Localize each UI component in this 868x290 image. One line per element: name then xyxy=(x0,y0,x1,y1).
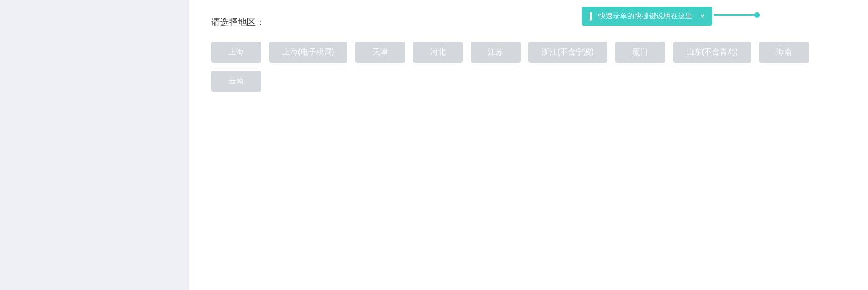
region-button-hebei[interactable]: 河北 xyxy=(413,42,463,63)
region-buttons: 上海上海(电子税局)天津河北江苏浙江(不含宁波)厦门山东(不含青岛)海南云南 xyxy=(211,42,846,92)
left-sidebar xyxy=(0,0,189,290)
region-button-xiamen[interactable]: 厦门 xyxy=(615,42,665,63)
tooltip-text: 快速录单的快捷键说明在这里 xyxy=(598,11,692,21)
region-button-shanghai[interactable]: 上海 xyxy=(211,42,261,63)
main-content: 请选择地区： 上海上海(电子税局)天津河北江苏浙江(不含宁波)厦门山东(不含青岛… xyxy=(189,0,868,290)
region-button-shandong[interactable]: 山东(不含青岛) xyxy=(673,42,751,63)
dot-indicator xyxy=(754,12,760,18)
tooltip-banner: 快速录单的快捷键说明在这里 × xyxy=(582,7,712,26)
region-button-tianjin[interactable]: 天津 xyxy=(355,42,405,63)
region-button-jiangsu[interactable]: 江苏 xyxy=(471,42,521,63)
page-label: 请选择地区： xyxy=(211,17,846,28)
region-button-yunnan[interactable]: 云南 xyxy=(211,71,261,92)
bar-accent xyxy=(590,12,592,21)
region-button-zhejiang[interactable]: 浙江(不含宁波) xyxy=(528,42,607,63)
connector-line xyxy=(714,14,757,16)
region-button-hainan[interactable]: 海南 xyxy=(759,42,809,63)
region-button-shanghai-etax[interactable]: 上海(电子税局) xyxy=(269,42,347,63)
close-icon[interactable]: × xyxy=(700,12,705,21)
